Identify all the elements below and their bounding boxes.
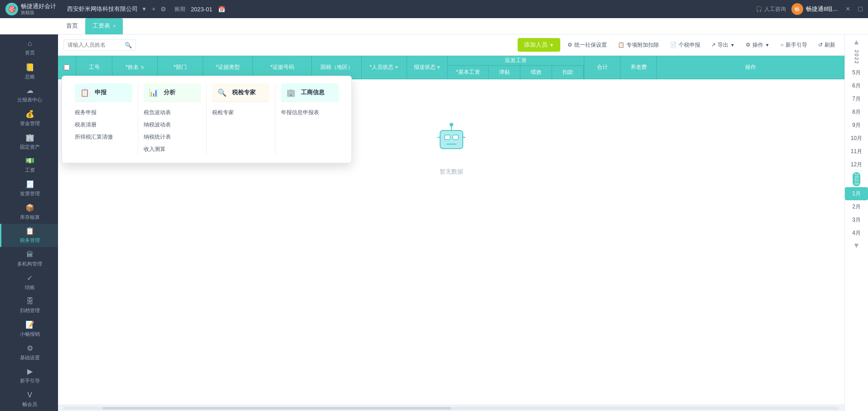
user-name: 畅捷通8组... [806, 5, 838, 13]
cal-month-4[interactable]: 4月 [845, 227, 868, 240]
menu-item-taxcheck[interactable]: 税检专家 [212, 106, 270, 119]
company-dropdown-icon[interactable]: ▼ [141, 6, 147, 12]
shenb-title: 申报 [95, 88, 107, 97]
taxcheck-icon: 🔍 [216, 86, 228, 99]
person-status-filter[interactable]: ▼ [394, 65, 399, 70]
menu-item-income-tax[interactable]: 所得税汇算清缴 [75, 131, 132, 143]
cal-month-7[interactable]: 7月 [845, 92, 868, 106]
scroll-thumb[interactable] [102, 407, 451, 410]
sidebar-item-asset[interactable]: 🏢 固定资产 [0, 130, 58, 154]
sidebar-item-fund[interactable]: 💰 资金管理 [0, 106, 58, 130]
tab-salary[interactable]: 工资表 × [85, 18, 123, 34]
ledger-icon: 📒 [25, 63, 34, 72]
menu-section-taxcheck: 🔍 税检专家 税检专家 [207, 83, 276, 155]
th-base-salary: *基本工资 [448, 66, 489, 79]
cal-month-10[interactable]: 10月 [845, 132, 868, 145]
toolbar-operate[interactable]: ⚙ 操作 ▼ [742, 39, 773, 51]
logo-title: 畅捷通好会计 [21, 3, 56, 10]
expense-icon: 📝 [25, 320, 34, 329]
menu-item-annual-report[interactable]: 年报信息申报表 [281, 106, 339, 119]
tax-report-icon: 📄 [670, 42, 677, 48]
restore-btn[interactable]: □ [858, 5, 863, 13]
search-wrap[interactable]: 🔍 [63, 39, 136, 51]
logo-icon: 🎯 [5, 3, 18, 15]
settings-icon[interactable]: ⚙ [160, 5, 166, 13]
sidebar-item-archive[interactable]: 🗄 归档管理 [0, 294, 58, 318]
inventory-icon: 📦 [25, 203, 34, 212]
sidebar-item-settings[interactable]: ⚙ 基础设置 [0, 341, 58, 364]
search-input[interactable] [68, 42, 122, 48]
sidebar-item-ledger[interactable]: 📒 总账 [0, 60, 58, 83]
menu-item-tax-stats[interactable]: 纳税统计表 [144, 131, 201, 143]
cal-month-5[interactable]: 5月 [845, 66, 868, 79]
th-group-title: 应发工资 [448, 56, 584, 66]
sidebar-item-tax[interactable]: 📋 税务管理 [0, 224, 58, 247]
scroll-track[interactable] [63, 407, 839, 410]
svg-rect-1 [445, 135, 450, 140]
tab-home[interactable]: 首页 [59, 18, 85, 34]
sidebar-item-salary[interactable]: 💵 工资 [0, 153, 58, 177]
sidebar-item-invoice[interactable]: 🧾 发票管理 [0, 177, 58, 200]
cal-month-2[interactable]: 2月 [845, 200, 868, 213]
cal-month-8[interactable]: 8月 [845, 106, 868, 119]
archive-icon: 🗄 [26, 297, 34, 305]
sidebar-item-guide[interactable]: ▶ 新手引导 [0, 364, 58, 388]
menu-section-shenb-header: 📋 申报 [75, 83, 132, 102]
toolbar-tax-report[interactable]: 📄 个税申报 [666, 39, 704, 51]
business-icon: 🏢 [285, 86, 297, 99]
tax-dropdown-menu: 📋 申报 税务申报 税表清册 所得税汇算清缴 📊 分析 税负波动表 纳税波动表 … [62, 76, 352, 163]
menu-item-income-calc[interactable]: 收入测算 [144, 143, 201, 155]
menu-item-tax-burden[interactable]: 税负波动表 [144, 106, 201, 119]
invoice-icon: 🧾 [25, 180, 34, 189]
select-all-checkbox[interactable] [64, 64, 70, 70]
th-pension: 养老费 [621, 56, 657, 79]
name-sort-icon[interactable]: ⇅ [141, 65, 144, 70]
taxcheck-title: 税检专家 [232, 88, 256, 97]
menu-item-tax-declare[interactable]: 税务申报 [75, 106, 132, 119]
cal-nav-down[interactable]: ▼ [851, 240, 862, 251]
cal-month-11[interactable]: 11月 [845, 145, 868, 158]
operate-arrow-icon: ▼ [765, 43, 770, 48]
toolbar-guide[interactable]: ○ 新手引导 [777, 39, 811, 51]
add-company-btn[interactable]: ＋ [150, 5, 157, 13]
report-status-filter[interactable]: ▼ [436, 65, 441, 70]
toolbar-refresh[interactable]: ↺ 刷新 [815, 39, 839, 51]
logo-sub: 旗舰版 [21, 10, 56, 15]
menu-item-tax-wave[interactable]: 纳税波动表 [144, 119, 201, 131]
bottom-scroll [58, 405, 844, 411]
search-icon: 🔍 [125, 42, 132, 48]
toolbar-social-security[interactable]: ⚙ 统一社保设置 [564, 39, 611, 51]
cal-nav-up[interactable]: ▲ [851, 36, 862, 48]
sidebar-item-multi[interactable]: 🏛 多机构管理 [0, 247, 58, 271]
add-person-btn[interactable]: 添加人员 ▼ [518, 38, 560, 52]
cal-month-6[interactable]: 6月 [845, 79, 868, 92]
empty-text: 暂无数据 [440, 168, 463, 176]
cloud-icon: ☁ [26, 86, 34, 95]
sidebar-item-member[interactable]: V 畅会员 [0, 387, 58, 411]
tab-home-label: 首页 [66, 22, 78, 30]
sidebar-item-expense[interactable]: 📝 小畅报销 [0, 317, 58, 341]
close-btn[interactable]: × [846, 5, 850, 13]
cal-month-12[interactable]: 12月 [845, 158, 868, 171]
support-btn[interactable]: 🎧 人工咨询 [756, 5, 786, 13]
sidebar-item-cloud[interactable]: ☁ 云报表中心 [0, 83, 58, 106]
multi-icon: 🏛 [26, 251, 34, 259]
calendar-icon[interactable]: 📅 [218, 6, 225, 13]
cal-month-1[interactable]: 1月 [845, 187, 868, 200]
cal-month-3[interactable]: 3月 [845, 213, 868, 227]
sidebar-item-home[interactable]: ⌂ 首页 [0, 36, 58, 60]
toolbar-special-deduction[interactable]: 📋 专项附加扣除 [614, 39, 663, 51]
menu-item-tax-table[interactable]: 税表清册 [75, 119, 132, 131]
menu-section-business-header: 🏢 工商信息 [281, 83, 339, 102]
cal-month-9[interactable]: 9月 [845, 119, 868, 132]
tab-salary-close[interactable]: × [113, 23, 116, 29]
sidebar-item-settle[interactable]: ✓ 结账 [0, 271, 58, 294]
sidebar-item-inventory[interactable]: 📦 库存核算 [0, 200, 58, 224]
menu-section-fenxi: 📊 分析 税负波动表 纳税波动表 纳税统计表 收入测算 [138, 83, 207, 155]
toolbar-export[interactable]: ↗ 导出 ▼ [708, 39, 738, 51]
menu-section-shenb: 📋 申报 税务申报 税表清册 所得税汇算清缴 [69, 83, 138, 155]
menu-section-business: 🏢 工商信息 年报信息申报表 [276, 83, 344, 155]
menu-section-fenxi-header: 📊 分析 [144, 83, 201, 102]
fund-icon: 💰 [25, 110, 34, 118]
refresh-icon: ↺ [818, 42, 823, 48]
